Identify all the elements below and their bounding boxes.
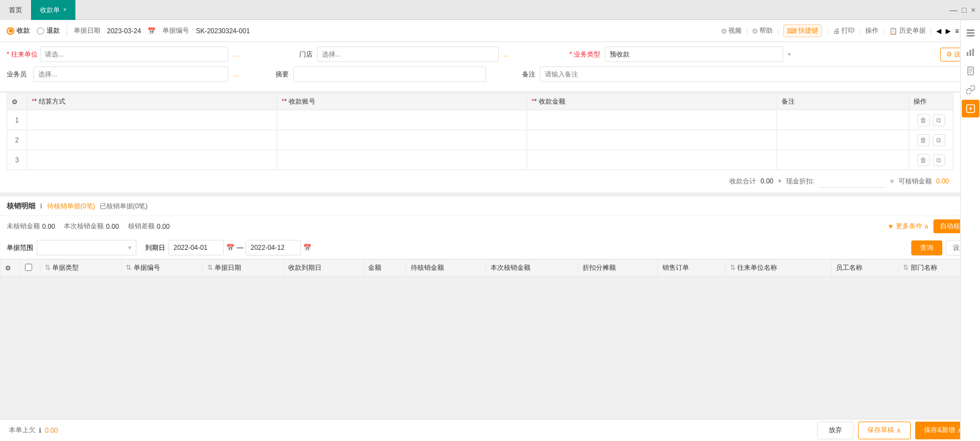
row-2-account[interactable] (277, 130, 527, 150)
row-1-remark[interactable] (777, 110, 908, 130)
bottom-checkbox-header[interactable] (21, 260, 40, 276)
writeoff-info-icon[interactable]: ℹ (40, 202, 43, 210)
row-2-remark[interactable] (777, 130, 908, 150)
prev-icon[interactable]: ◀ (936, 27, 941, 35)
save-draft-btn[interactable]: 保存草稿 ∧ (858, 422, 911, 439)
save-new-label: 保存&新增 (924, 425, 955, 435)
tab-bar: 首页 收款单 × — □ × (0, 0, 980, 20)
store-ellipsis[interactable]: … (503, 50, 510, 58)
row-3-remark[interactable] (777, 150, 908, 170)
row-1-copy-icon[interactable]: ⧉ (933, 114, 945, 126)
discount-input[interactable] (819, 175, 886, 188)
remark-label: 备注 (522, 70, 535, 79)
col-due-date: 收款到期日 (284, 260, 364, 276)
row-3-copy-icon[interactable]: ⧉ (933, 154, 945, 166)
radio-refund-dot (37, 27, 44, 35)
counterpart-text[interactable] (45, 50, 223, 58)
list-icon[interactable]: ≡ (955, 27, 959, 35)
video-btn[interactable]: ⊙ 视频 (721, 26, 742, 35)
counterpart-ellipsis[interactable]: … (233, 50, 239, 58)
discount-label: 现金折扣: (786, 177, 814, 186)
sidebar-icon-resize[interactable] (962, 100, 979, 117)
select-all-checkbox[interactable] (25, 264, 32, 271)
query-btn[interactable]: 查询 (911, 240, 942, 255)
row-2-copy-icon[interactable]: ⧉ (933, 134, 945, 146)
history-btn[interactable]: 📋 历史单据 (889, 26, 926, 35)
store-text[interactable] (322, 50, 494, 58)
row-1-account[interactable] (277, 110, 527, 130)
close-icon[interactable]: × (971, 6, 976, 14)
sidebar-icon-doc[interactable] (962, 62, 979, 80)
staff-text[interactable] (38, 70, 223, 78)
number-value: SK-20230324-001 (196, 27, 249, 35)
row-1-payment-method[interactable] (27, 110, 277, 130)
status-value: 0.00 (45, 427, 58, 434)
gear-icon: ⚙ (946, 50, 952, 58)
unwritten-item: 未核销金额 0.00 (7, 222, 55, 231)
remark-input[interactable] (540, 66, 973, 82)
bottom-settings-icon[interactable]: ⚙ (5, 264, 11, 272)
section-divider (0, 192, 980, 197)
row-1-amount[interactable] (527, 110, 777, 130)
row-2-delete-icon[interactable]: 🗑 (917, 134, 930, 146)
status-info-icon[interactable]: ℹ (39, 427, 42, 434)
summary-input[interactable] (293, 66, 486, 82)
business-type-input[interactable]: 预收款 (605, 47, 783, 62)
minimize-icon[interactable]: — (950, 6, 957, 14)
col-settings-header[interactable]: ⚙ (7, 94, 27, 110)
row-1-delete-icon[interactable]: 🗑 (917, 114, 930, 126)
sidebar-icon-link[interactable] (962, 81, 979, 99)
calendar-to-icon[interactable]: 📅 (303, 244, 312, 252)
range-field: 单据范围 ▾ (7, 240, 136, 255)
svg-rect-5 (972, 49, 974, 56)
store-input[interactable] (317, 47, 499, 62)
tab-pending[interactable]: 待核销单据(0笔) (47, 202, 95, 211)
next-icon[interactable]: ▶ (946, 27, 951, 35)
radio-refund[interactable]: 退款 (37, 26, 60, 35)
writeoff-table: ⚙ ⇅ 单据类型 ⇅ 单据编号 ⇅ 单据日期 收款到期日 金额 待核销金额 本次… (0, 259, 980, 276)
summary-text[interactable] (298, 70, 481, 78)
staff-input[interactable] (33, 66, 228, 82)
range-select[interactable]: ▾ (37, 240, 136, 255)
date-to-input[interactable]: 2022-04-12 (246, 240, 301, 255)
staff-ellipsis[interactable]: … (233, 70, 239, 78)
number-label: 单据编号 (162, 26, 189, 35)
abandon-btn[interactable]: 放弃 (817, 422, 854, 439)
calendar-from-icon[interactable]: 📅 (226, 244, 234, 252)
calendar-icon[interactable]: 📅 (147, 27, 156, 35)
radio-receipt[interactable]: 收款 (7, 26, 30, 35)
maximize-icon[interactable]: □ (962, 6, 966, 14)
range-label: 单据范围 (7, 243, 33, 253)
row-3-delete-icon[interactable]: 🗑 (917, 154, 930, 166)
tab-close-icon[interactable]: × (63, 0, 67, 20)
counterpart-input[interactable] (40, 47, 228, 62)
row-3-account[interactable] (277, 150, 527, 170)
row-3-payment-method[interactable] (27, 150, 277, 170)
table-footer: 收款合计 0.00 + 现金折扣: = 可核销金额 0.00 (0, 170, 980, 192)
date-from-input[interactable]: 2022-04-01 (169, 240, 224, 255)
date-field: 到期日 2022-04-01 📅 — 2022-04-12 📅 (145, 240, 312, 255)
tab-home[interactable]: 首页 (0, 0, 31, 20)
col-remark-header: 备注 (777, 94, 908, 110)
row-3-amount[interactable] (527, 150, 777, 170)
more-conditions-btn[interactable]: ▼ 更多条件 ∧ (887, 222, 929, 231)
table-settings-icon[interactable]: ⚙ (12, 98, 18, 106)
shortcut-btn[interactable]: ⌨ 快捷键 (783, 24, 822, 37)
sidebar-icon-chart[interactable] (962, 43, 979, 61)
tab-home-label: 首页 (9, 0, 22, 20)
row-2-payment-method[interactable] (27, 130, 277, 150)
row-2-amount[interactable] (527, 130, 777, 150)
operation-btn[interactable]: 操作 (865, 26, 879, 35)
sidebar-icon-table[interactable] (962, 24, 979, 42)
remark-text[interactable] (545, 70, 968, 78)
bottom-settings-header[interactable]: ⚙ (1, 260, 21, 276)
status-bar: 本单上欠 ℹ 0.00 放弃 保存草稿 ∧ 保存&新增 ∧ (0, 419, 980, 441)
receipt-table: ⚙ ** 结算方式 ** 收款账号 ** 收款金额 备注 操作 1 (7, 93, 953, 170)
help-btn[interactable]: ⊙ 帮助 (752, 26, 773, 35)
tab-done[interactable]: 已核销单据(0笔) (100, 202, 148, 211)
business-type-dropdown[interactable] (788, 50, 791, 58)
tab-receipt[interactable]: 收款单 × (31, 0, 75, 20)
summary-field: 摘要 (275, 66, 486, 82)
diff-item: 核销差额 0.00 (128, 222, 170, 231)
print-btn[interactable]: 🖨 打印 (833, 26, 855, 35)
